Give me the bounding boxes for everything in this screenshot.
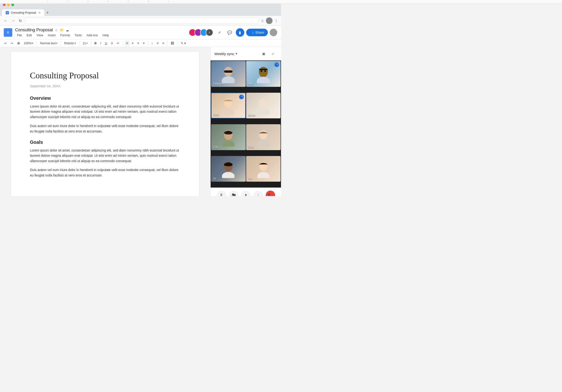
trending-button[interactable]: ↗ [215, 28, 223, 37]
doc-main-title: Consulting Proposal [30, 70, 180, 81]
chat-button[interactable]: 💬 [225, 28, 234, 37]
print-button[interactable]: 🖶 [15, 40, 21, 46]
bullet-list-button[interactable]: ≡ [155, 40, 160, 46]
tab-title: Consulting Proposal [11, 11, 36, 14]
align-right-button[interactable]: ≡ [136, 40, 140, 46]
toolbar-divider-8 [177, 41, 177, 46]
font-select[interactable]: Roboto ▾ [63, 40, 77, 46]
font-size-button[interactable]: 11 ▾ [81, 40, 89, 46]
zoom-chevron-icon: ▾ [32, 42, 33, 45]
app-container: ≡ Consulting Proposal ☆ 📁 ☁ File Edit Vi… [0, 26, 281, 196]
menu-tools[interactable]: Tools [73, 33, 83, 37]
menu-help[interactable]: Help [101, 33, 111, 37]
refresh-button[interactable]: ↻ [18, 18, 23, 24]
video-header-buttons: ▣ ⤢ [259, 49, 277, 58]
underline-button[interactable]: U [104, 40, 108, 46]
header-right: + ↗ 💬 ▮ 👥 Share [189, 28, 277, 37]
svg-rect-5 [259, 69, 268, 70]
stephen-name: Stephen [213, 82, 223, 85]
section-goals-heading: Goals [30, 139, 180, 145]
close-button[interactable] [3, 3, 6, 6]
menu-file[interactable]: File [15, 33, 24, 37]
doc-date: September 04, 20XX [30, 84, 180, 88]
browser-chrome [0, 0, 281, 9]
toolbar-divider-6 [148, 41, 148, 46]
section-overview-para-2[interactable]: Duis autem vel eum iriure dolor in hendr… [30, 123, 180, 134]
main-area: 1 2 3 4 5 6 7 Consulting Proposal Septem… [0, 47, 281, 196]
forward-button[interactable]: → [10, 18, 16, 24]
camera-control-button[interactable]: 🎥 [229, 191, 238, 196]
meeting-title: Weekly sync ▾ [214, 52, 237, 56]
browser-actions: ☆ ⋮ [261, 17, 278, 24]
folder-icon[interactable]: 📁 [60, 28, 64, 32]
align-center-button[interactable]: ≡ [130, 40, 135, 46]
beth-mic-icon: 🎤 [239, 95, 244, 99]
you-name: You [248, 177, 253, 180]
insert-image-button[interactable]: 🖼 [169, 40, 175, 46]
more-options-button[interactable]: ⋮ [254, 191, 263, 196]
menu-icon[interactable]: ⋮ [274, 19, 278, 23]
video-tile-sara: Sara [246, 124, 281, 150]
mic-control-button[interactable]: 🎙 [217, 191, 226, 196]
present-screen-button[interactable]: ⬆ [241, 191, 251, 196]
tab-close-icon[interactable]: × [39, 11, 40, 15]
justify-button[interactable]: ≡ [141, 40, 146, 46]
maximize-button[interactable] [11, 3, 14, 6]
section-goals-para-1[interactable]: Lorem ipsum dolor sit amet, consectetuer… [30, 148, 180, 163]
meet-button[interactable]: ▮ [236, 28, 244, 37]
traffic-lights [3, 3, 14, 6]
meeting-title-text: Weekly sync [214, 52, 234, 56]
mike-name: Mike [248, 82, 254, 85]
doc-info: Consulting Proposal ☆ 📁 ☁ File Edit View… [15, 28, 186, 37]
menu-format[interactable]: Format [58, 33, 72, 37]
bookmark-icon[interactable]: ☆ [261, 19, 264, 23]
minimize-button[interactable] [7, 3, 10, 6]
profile-avatar[interactable] [266, 17, 272, 24]
video-tile-beth: 🎤 Beth [211, 93, 246, 119]
active-tab[interactable]: ≡ Consulting Proposal × [2, 9, 44, 16]
back-button[interactable]: ← [3, 18, 9, 24]
menu-view[interactable]: View [35, 33, 45, 37]
menu-addons[interactable]: Add-ons [84, 33, 100, 37]
highlight-button[interactable]: ✏ [115, 40, 121, 46]
cloud-icon[interactable]: ☁ [66, 28, 69, 32]
end-call-button[interactable]: 📞 [266, 191, 275, 196]
zoom-button[interactable]: 100% ▾ [22, 40, 35, 46]
svg-point-14 [259, 130, 267, 139]
browser-toolbar: ← → ↻ ☆ ⋮ [0, 16, 281, 26]
bold-button[interactable]: B [93, 40, 98, 46]
video-tile-erik: Erik [211, 124, 246, 150]
share-icon: 👥 [250, 31, 254, 34]
italic-button[interactable]: I [99, 40, 103, 46]
redo-button[interactable]: ↪ [9, 40, 15, 46]
video-panel: Weekly sync ▾ ▣ ⤢ [211, 47, 281, 196]
toolbar-divider-4 [91, 41, 91, 46]
document-area[interactable]: 1 2 3 4 5 6 7 Consulting Proposal Septem… [0, 47, 211, 196]
toolbar-divider-1 [36, 41, 37, 46]
url-bar[interactable] [25, 17, 259, 24]
editing-mode-button[interactable]: ✎ ▾ [179, 40, 187, 46]
line-spacing-button[interactable]: ↕ [150, 40, 155, 46]
section-overview-para-1[interactable]: Lorem ipsum dolor sit amet, consectetuer… [30, 104, 180, 119]
text-color-button[interactable]: A [110, 40, 115, 46]
expand-button[interactable]: ⤢ [269, 49, 277, 58]
svg-point-19 [257, 172, 269, 178]
present-mode-button[interactable]: ▣ [259, 49, 268, 58]
undo-button[interactable]: ↩ [3, 40, 8, 46]
new-tab-button[interactable]: + [44, 9, 51, 16]
star-icon[interactable]: ☆ [55, 28, 58, 32]
svg-point-6 [260, 70, 262, 72]
numbered-list-button[interactable]: ≡ [161, 40, 166, 46]
style-chevron-icon: ▾ [56, 42, 58, 45]
app-header: ≡ Consulting Proposal ☆ 📁 ☁ File Edit Vi… [0, 26, 281, 40]
menu-insert[interactable]: Insert [46, 33, 58, 37]
svg-point-15 [257, 140, 269, 147]
share-button[interactable]: 👥 Share [246, 29, 268, 36]
doc-title: Consulting Proposal [15, 28, 53, 33]
align-left-button[interactable]: ≡ [125, 40, 129, 46]
meeting-title-chevron-icon[interactable]: ▾ [235, 52, 237, 56]
style-select[interactable]: Normal text ▾ [39, 40, 59, 46]
user-avatar[interactable] [270, 29, 277, 36]
menu-edit[interactable]: Edit [25, 33, 34, 37]
section-goals-para-2[interactable]: Duis autem vel eum iriure dolor in hendr… [30, 167, 180, 178]
